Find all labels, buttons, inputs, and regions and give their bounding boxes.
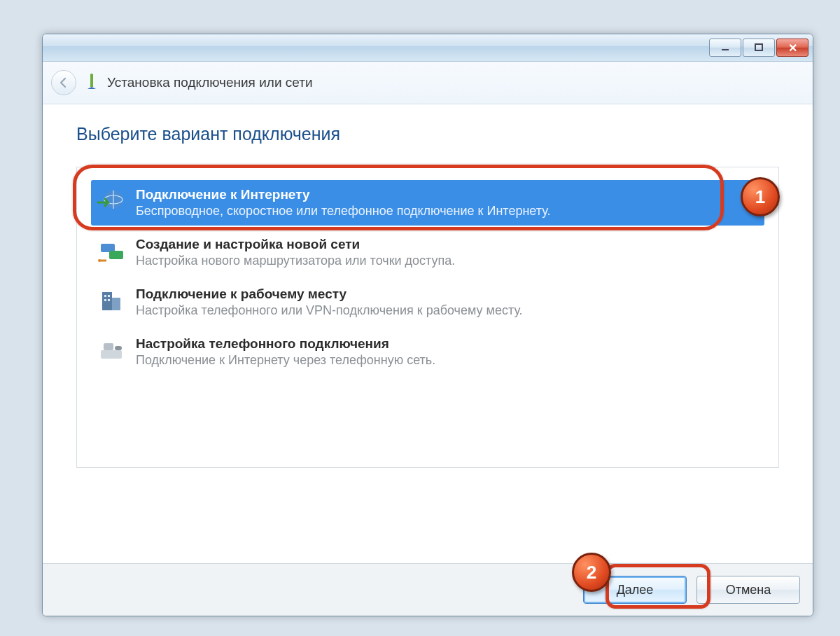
header-row: Установка подключения или сети bbox=[43, 62, 813, 104]
page-heading: Выберите вариант подключения bbox=[76, 124, 779, 144]
connection-option-list: Подключение к Интернету Беспроводное, ск… bbox=[76, 167, 779, 468]
option-setup-new-network[interactable]: Создание и настройка новой сети Настройк… bbox=[91, 230, 764, 275]
option-desc: Настройка нового маршрутизатора или точк… bbox=[136, 254, 759, 268]
maximize-button[interactable] bbox=[743, 39, 775, 57]
svg-rect-15 bbox=[101, 350, 122, 359]
svg-rect-9 bbox=[102, 292, 112, 310]
option-desc: Подключение к Интернету через телефонную… bbox=[136, 353, 759, 368]
option-desc: Настройка телефонного или VPN-подключени… bbox=[136, 303, 759, 318]
svg-rect-16 bbox=[104, 343, 113, 350]
back-button[interactable] bbox=[51, 70, 76, 95]
svg-rect-0 bbox=[722, 49, 729, 50]
svg-rect-1 bbox=[755, 44, 762, 50]
svg-point-3 bbox=[90, 74, 93, 76]
minimize-button[interactable] bbox=[709, 39, 741, 57]
option-title: Настройка телефонного подключения bbox=[136, 336, 759, 352]
svg-rect-10 bbox=[112, 298, 120, 310]
svg-rect-13 bbox=[104, 299, 106, 301]
svg-rect-12 bbox=[108, 295, 110, 297]
network-wizard-icon bbox=[83, 73, 100, 92]
option-desc: Беспроводное, скоростное или телефонное … bbox=[136, 204, 759, 219]
next-button[interactable]: Далее bbox=[583, 576, 687, 604]
wizard-window: ✕ Установка подключения или сети Выберит… bbox=[42, 34, 813, 616]
globe-arrow-icon bbox=[97, 187, 126, 216]
router-setup-icon bbox=[97, 237, 126, 266]
option-connect-to-internet[interactable]: Подключение к Интернету Беспроводное, ск… bbox=[91, 180, 764, 226]
phone-dialup-icon bbox=[97, 336, 126, 366]
svg-rect-7 bbox=[109, 251, 123, 259]
close-button[interactable]: ✕ bbox=[776, 39, 808, 57]
cancel-button[interactable]: Отмена bbox=[696, 576, 800, 604]
option-title: Создание и настройка новой сети bbox=[136, 237, 759, 252]
option-setup-dialup[interactable]: Настройка телефонного подключения Подклю… bbox=[91, 329, 764, 375]
svg-point-8 bbox=[98, 259, 101, 262]
option-title: Подключение к Интернету bbox=[136, 187, 759, 202]
option-connect-to-workplace[interactable]: Подключение к рабочему месту Настройка т… bbox=[91, 279, 764, 325]
svg-rect-17 bbox=[115, 346, 122, 350]
workplace-building-icon bbox=[97, 286, 126, 316]
window-title: Установка подключения или сети bbox=[107, 75, 313, 90]
svg-rect-14 bbox=[108, 299, 110, 301]
titlebar: ✕ bbox=[43, 34, 813, 62]
svg-rect-11 bbox=[104, 295, 106, 297]
footer-bar: Далее Отмена 2 bbox=[43, 563, 813, 616]
option-title: Подключение к рабочему месту bbox=[136, 286, 759, 302]
body-area: Выберите вариант подключения Подключение… bbox=[43, 104, 813, 468]
